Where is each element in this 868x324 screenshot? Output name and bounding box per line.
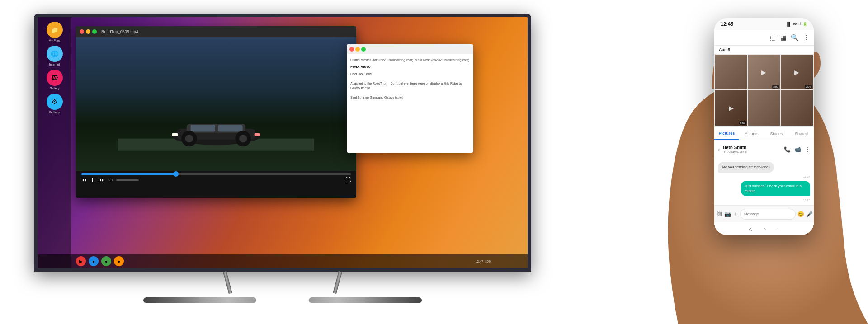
phone-device: 12:45 ▐▌ WiFi 🔋 ⬚ ▦ 🔍 ⋮ Aug 5 <box>714 18 814 235</box>
tv-sidebar: 📁 My Files 🌐 Internet 🖼 Gallery ⚙ Settin… <box>38 17 71 268</box>
volume-bar[interactable] <box>116 179 139 181</box>
gallery-date: Aug 5 <box>714 46 814 54</box>
video-call-icon[interactable]: 📹 <box>794 146 801 153</box>
sidebar-item-myfiles[interactable]: 📁 My Files <box>47 22 63 42</box>
gallery-cell-5[interactable] <box>748 90 780 126</box>
message-input-bar: 🖼 📷 ＋ 😊 🎤 <box>714 205 814 222</box>
taskbar-right: 12:47 85% <box>475 260 491 263</box>
sidebar-label-internet: Internet <box>49 63 60 66</box>
message-time-2: 12:25 <box>803 199 810 202</box>
message-header-actions: 📞 📹 ⋮ <box>784 146 810 153</box>
message-time-1: 12:24 <box>803 175 810 178</box>
tab-stories[interactable]: Stories <box>764 128 789 140</box>
wifi-icon: WiFi <box>793 22 801 26</box>
home-back-button[interactable]: ◁ <box>749 226 752 231</box>
svg-rect-11 <box>255 133 260 136</box>
close-button[interactable] <box>80 29 84 34</box>
contact-phone: 012-3456-7890 <box>723 150 781 154</box>
email-maximize-button[interactable] <box>361 47 366 52</box>
search-icon[interactable]: 🔍 <box>791 34 798 41</box>
phone-hand-container: 12:45 ▐▌ WiFi 🔋 ⬚ ▦ 🔍 ⋮ Aug 5 <box>597 0 868 324</box>
play-icon-3: ▶ <box>794 69 799 76</box>
play-icon-4: ▶ <box>729 104 734 112</box>
home-button[interactable]: ○ <box>763 226 766 231</box>
add-icon[interactable]: ＋ <box>733 210 738 218</box>
gallery-cell-2[interactable]: ▶ 1:02 <box>748 55 780 90</box>
svg-rect-5 <box>218 125 242 131</box>
sidebar-label-myfiles: My Files <box>48 39 60 42</box>
back-button[interactable]: ‹ <box>718 146 720 153</box>
sidebar-item-settings[interactable]: ⚙ Settings <box>47 94 63 114</box>
phone-time: 12:45 <box>721 21 733 27</box>
progress-fill <box>81 173 176 175</box>
sidebar-label-gallery: Gallery <box>49 87 59 90</box>
taskbar-app-1[interactable]: ▶ <box>76 256 86 266</box>
tab-shared[interactable]: Shared <box>789 128 814 140</box>
tv-frame: 📁 My Files 🌐 Internet 🖼 Gallery ⚙ Settin… <box>34 14 531 272</box>
more-icon[interactable]: ⋮ <box>803 34 809 41</box>
duration-3: 2:07 <box>805 85 812 89</box>
gallery-header: ⬚ ▦ 🔍 ⋮ <box>714 30 814 46</box>
video-titlebar: RoadTrip_0805.mp4 <box>76 26 356 37</box>
stand-foot-right <box>308 297 422 303</box>
skip-back-button[interactable]: ⏮ <box>81 177 87 183</box>
skip-forward-button[interactable]: ⏭ <box>99 177 105 183</box>
call-icon[interactable]: 📞 <box>784 146 791 153</box>
svg-rect-10 <box>172 133 178 136</box>
play-icon-2: ▶ <box>761 69 766 76</box>
tv-screen: 📁 My Files 🌐 Internet 🖼 Gallery ⚙ Settin… <box>38 17 528 268</box>
progress-bar[interactable] <box>81 173 351 175</box>
message-input[interactable] <box>740 209 796 220</box>
play-pause-button[interactable]: ⏸ <box>90 177 96 183</box>
email-body-line2: Attached to the RoadTrip — Don't believe… <box>350 81 470 91</box>
camera-icon[interactable]: 📷 <box>724 211 731 217</box>
tab-albums[interactable]: Albums <box>739 128 764 140</box>
gallery-cell-6[interactable] <box>781 90 813 126</box>
gallery-cell-3[interactable]: ▶ 2:07 <box>781 55 813 90</box>
myfiles-icon: 📁 <box>47 22 63 38</box>
tab-pictures[interactable]: Pictures <box>714 127 739 140</box>
phone-status-bar: 12:45 ▐▌ WiFi 🔋 <box>714 18 814 30</box>
maximize-button[interactable] <box>92 29 97 34</box>
duration-4: 0:51 <box>739 121 746 125</box>
gallery-cell-1[interactable] <box>715 55 747 90</box>
taskbar-time: 12:47 <box>475 260 483 263</box>
gallery-grid: ▶ 1:02 ▶ 2:07 ▶ 0:51 <box>714 54 814 127</box>
contact-info: Beth Smith 012-3456-7890 <box>723 145 781 154</box>
settings-icon: ⚙ <box>47 94 63 110</box>
gallery-cell-4[interactable]: ▶ 0:51 <box>715 90 747 126</box>
signal-icon: ▐▌ <box>786 22 792 26</box>
stand-neck-right <box>333 271 342 294</box>
taskbar-battery: 85% <box>485 260 491 263</box>
sidebar-item-internet[interactable]: 🌐 Internet <box>47 46 63 66</box>
email-window: From: Ramirez (ramirez2019@learning.com)… <box>347 44 473 153</box>
minimize-button[interactable] <box>86 29 90 34</box>
sidebar-item-gallery[interactable]: 🖼 Gallery <box>47 70 63 90</box>
mic-icon[interactable]: 🎤 <box>806 211 813 217</box>
gallery-tabs: Pictures Albums Stories Shared <box>714 127 814 141</box>
taskbar-app-4[interactable]: ● <box>114 256 124 266</box>
more-options-icon[interactable]: ⋮ <box>805 146 810 153</box>
internet-icon: 🌐 <box>47 46 63 62</box>
fullscreen-button[interactable]: ⛶ <box>345 177 351 183</box>
email-close-button[interactable] <box>349 47 354 52</box>
cast-icon[interactable]: ▦ <box>780 34 786 41</box>
tv-container: 📁 My Files 🌐 Internet 🖼 Gallery ⚙ Settin… <box>23 14 542 307</box>
taskbar-app-3[interactable]: ● <box>101 256 111 266</box>
image-attach-icon[interactable]: 🖼 <box>717 211 722 217</box>
phone-messages: ‹ Beth Smith 012-3456-7890 📞 📹 ⋮ Are you <box>714 141 814 235</box>
progress-dot <box>173 171 179 177</box>
email-to-field: From: Ramirez (ramirez2019@learning.com)… <box>350 58 470 62</box>
sidebar-label-settings: Settings <box>49 111 60 114</box>
message-received-1: Are you sending off the video? <box>718 162 774 172</box>
duration-2: 1:02 <box>772 85 779 89</box>
taskbar-app-2[interactable]: ● <box>89 256 99 266</box>
stand-foot-left <box>143 297 256 303</box>
svg-rect-4 <box>191 125 215 131</box>
email-minimize-button[interactable] <box>355 47 360 52</box>
share-icon[interactable]: ⬚ <box>770 34 776 41</box>
tv-taskbar: ▶ ● ● ● 12:47 85% <box>38 254 528 268</box>
sticker-icon[interactable]: 😊 <box>797 211 804 217</box>
tv-stand <box>34 272 531 307</box>
recents-button[interactable]: □ <box>777 226 779 231</box>
